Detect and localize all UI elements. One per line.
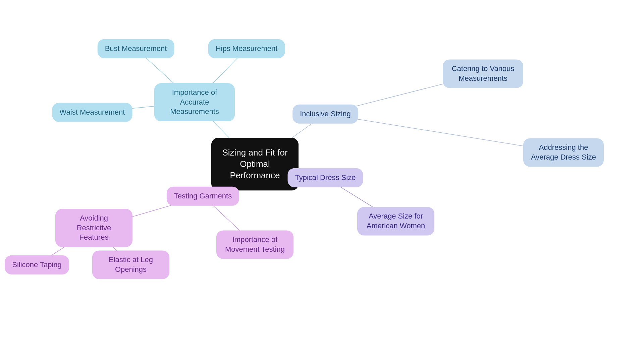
node-bust_measurement: Bust Measurement xyxy=(98,39,174,58)
node-label-testing_garments: Testing Garments xyxy=(174,191,232,201)
node-waist_measurement: Waist Measurement xyxy=(52,103,132,122)
node-label-silicone_taping: Silicone Taping xyxy=(12,260,62,270)
node-center: Sizing and Fit for Optimal Performance xyxy=(211,138,299,190)
node-label-waist_measurement: Waist Measurement xyxy=(60,108,125,117)
node-label-importance_movement: Importance of Movement Testing xyxy=(224,235,286,254)
node-label-elastic_leg: Elastic at Leg Openings xyxy=(100,255,162,274)
node-inclusive_sizing: Inclusive Sizing xyxy=(292,105,358,124)
node-testing_garments: Testing Garments xyxy=(167,187,239,206)
node-hips_measurement: Hips Measurement xyxy=(208,39,285,58)
node-label-inclusive_sizing: Inclusive Sizing xyxy=(300,109,351,119)
node-average_size_women: Average Size for American Women xyxy=(357,207,434,235)
node-catering_measurements: Catering to Various Measurements xyxy=(443,59,523,88)
node-label-bust_measurement: Bust Measurement xyxy=(105,44,167,54)
node-avoiding_restrictive: Avoiding Restrictive Features xyxy=(55,209,132,247)
node-importance_movement: Importance of Movement Testing xyxy=(216,230,293,259)
node-importance_accurate: Importance of Accurate Measurements xyxy=(154,83,235,121)
node-silicone_taping: Silicone Taping xyxy=(5,255,69,275)
mind-map: Sizing and Fit for Optimal PerformanceBu… xyxy=(0,0,644,363)
node-label-average_size_women: Average Size for American Women xyxy=(365,211,427,231)
node-label-typical_dress_size: Typical Dress Size xyxy=(295,173,356,183)
node-label-avoiding_restrictive: Avoiding Restrictive Features xyxy=(63,214,125,242)
node-label-importance_accurate: Importance of Accurate Measurements xyxy=(162,88,227,117)
node-elastic_leg: Elastic at Leg Openings xyxy=(92,250,169,279)
node-label-addressing_dress_size: Addressing the Average Dress Size xyxy=(531,143,596,162)
node-addressing_dress_size: Addressing the Average Dress Size xyxy=(523,138,604,167)
node-label-catering_measurements: Catering to Various Measurements xyxy=(450,64,516,83)
node-label-hips_measurement: Hips Measurement xyxy=(216,44,278,54)
node-label-center: Sizing and Fit for Optimal Performance xyxy=(221,147,288,181)
node-typical_dress_size: Typical Dress Size xyxy=(288,168,363,187)
